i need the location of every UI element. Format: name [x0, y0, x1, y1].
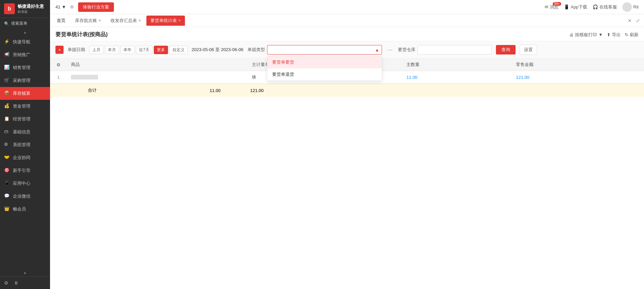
online-service-group[interactable]: 🎧 在线客服 [593, 4, 617, 10]
date-btn-this-month[interactable]: 本月 [105, 46, 119, 54]
col-settings[interactable]: ⚙ [50, 59, 67, 71]
settings-filter-button[interactable]: 设置 [520, 45, 537, 55]
date-btn-custom[interactable]: 自定义 [169, 46, 188, 54]
scroll-down-arrow[interactable]: ▼ [23, 271, 27, 276]
page-header: 要货单统计表(按商品) 🖨 按模板打印 ▼ ⬆ 导出 ↻ 刷新 [50, 27, 644, 41]
scroll-up-arrow[interactable]: ▲ [23, 30, 27, 35]
date-btn-more[interactable]: 更多 [154, 46, 168, 54]
tab-home[interactable]: 首页 [53, 16, 70, 26]
refresh-label: 刷新 [630, 32, 639, 38]
sidebar-item-label: 库存核算 [13, 90, 30, 96]
export-icon: ⬆ [607, 32, 611, 37]
date-range-text: 2023-05-06 至 2023-06-06 [192, 47, 243, 53]
collapse-icon[interactable]: ⏸ [14, 280, 19, 286]
sidebar-item-operations[interactable]: 📋 经营管理 [0, 113, 50, 126]
col-qty: 主数量 [402, 59, 512, 71]
guide-icon: 🎯 [4, 168, 10, 174]
settings-bottom-icon[interactable]: ⚙ [4, 280, 8, 286]
type-option-order-return[interactable]: 要货单退货 [267, 68, 382, 81]
tab-home-label: 首页 [57, 18, 66, 24]
trial-button[interactable]: 体验行业方案 [78, 2, 114, 12]
filter-expand-button[interactable]: » [55, 46, 64, 54]
sidebar-item-guide[interactable]: 🎯 新手引导 [0, 164, 50, 177]
sidebar-item-wechat[interactable]: 💬 企业微信 [0, 190, 50, 203]
tab-close-order-summary[interactable]: ✕ [178, 19, 181, 22]
inventory-icon: 📦 [4, 90, 10, 96]
sidebar-item-purchase[interactable]: 🛒 采购管理 [0, 74, 50, 87]
page-container: 要货单统计表(按商品) 🖨 按模板打印 ▼ ⬆ 导出 ↻ 刷新 [50, 27, 644, 289]
tab-bar: 首页 库存批次账 ✕ 收发存汇总表 ✕ 要货单统计表 ✕ ✕ ⤢ [50, 14, 644, 27]
expand-icon: » [58, 47, 61, 52]
tab-close-receive-summary[interactable]: ✕ [138, 19, 141, 22]
sidebar-item-label: 资金管理 [13, 103, 30, 109]
type-filter-group: 单据类型 ▲ 要货单要货 要货单退货 [247, 45, 382, 54]
sidebar-item-marketing[interactable]: 📢 营销推广 [0, 48, 50, 61]
amount-link[interactable]: 121.00 [516, 75, 529, 80]
app-download-label: App下载 [571, 4, 587, 10]
col-amount: 零售金额 [512, 59, 644, 71]
sidebar-item-apps[interactable]: 📱 应用中心 [0, 177, 50, 190]
refresh-button[interactable]: ↻ 刷新 [625, 32, 639, 38]
tab-inventory-batch-label: 库存批次账 [75, 18, 97, 24]
date-btn-last-month[interactable]: 上月 [89, 46, 103, 54]
main-content: 41 ▼ ⚙ 体验行业方案 ✉ 消息 99+ 📱 App下载 🎧 在线客服 R [50, 0, 644, 289]
sidebar-item-sales[interactable]: 📊 销售管理 [0, 61, 50, 74]
tab-expand-button[interactable]: ⤢ [635, 17, 641, 25]
warehouse-input[interactable] [418, 45, 492, 54]
more-filter-icon[interactable]: ··· [386, 46, 394, 53]
sidebar-item-label: 系统管理 [13, 142, 30, 148]
type-input[interactable] [267, 45, 382, 54]
query-button[interactable]: 查询 [496, 45, 516, 54]
user-name: Rit [633, 4, 639, 9]
cell-amount: 121.00 [512, 71, 644, 84]
sidebar-item-enterprise[interactable]: 🤝 企业协同 [0, 151, 50, 164]
online-service-label: 在线客服 [599, 4, 617, 10]
sidebar-item-label: 营销推广 [13, 52, 30, 58]
print-icon: 🖨 [569, 32, 574, 37]
sidebar-item-basic[interactable]: 🗃 基础信息 [0, 126, 50, 138]
type-option-order-goods[interactable]: 要货单要货 [267, 56, 382, 68]
message-badge: 99+ [553, 2, 561, 6]
sidebar-item-finance[interactable]: 💰 资金管理 [0, 100, 50, 113]
date-btn-this-year[interactable]: 本年 [120, 46, 135, 54]
page-area: 要货单统计表(按商品) 🖨 按模板打印 ▼ ⬆ 导出 ↻ 刷新 [50, 27, 644, 289]
type-label: 单据类型 [247, 47, 265, 53]
user-avatar-group[interactable]: Rit [622, 2, 639, 12]
sidebar-item-label: 基础信息 [13, 129, 30, 135]
cell-seq: 1 [50, 71, 67, 84]
sidebar-item-member[interactable]: 👑 畅会员 [0, 203, 50, 216]
qty-link[interactable]: 11.00 [406, 75, 418, 80]
export-label: 导出 [612, 32, 621, 38]
tab-inventory-batch[interactable]: 库存批次账 ✕ [71, 16, 105, 26]
header-settings-icon[interactable]: ⚙ [70, 4, 74, 9]
tab-receive-summary[interactable]: 收发存汇总表 ✕ [106, 16, 145, 26]
app-name: 畅捷通好生意 [18, 4, 44, 9]
sidebar-item-inventory[interactable]: 📦 库存核算 [0, 87, 50, 100]
store-id: 41 [55, 4, 60, 9]
sidebar-item-system[interactable]: ⚙ 系统管理 [0, 138, 50, 151]
total-qty: 11.00 [210, 88, 250, 93]
tab-order-summary[interactable]: 要货单统计表 ✕ [146, 16, 185, 26]
store-selector[interactable]: 41 ▼ [55, 4, 66, 9]
date-btn-7days[interactable]: 近7天 [136, 46, 152, 54]
message-group[interactable]: ✉ 消息 99+ [545, 4, 558, 10]
chevron-down-icon: ▼ [62, 4, 66, 9]
quick-nav-icon: ⚡ [4, 39, 10, 45]
tab-close-inventory-batch[interactable]: ✕ [98, 19, 101, 22]
sidebar-item-quick-nav[interactable]: ⚡ 快捷导航 [0, 36, 50, 48]
tab-close-all-button[interactable]: ✕ [626, 17, 633, 25]
sidebar: b 畅捷通好生意 标准版 🔍 搜索菜单 ▲ ⚡ 快捷导航 📢 营销推广 📊 销售… [0, 0, 50, 289]
export-button[interactable]: ⬆ 导出 [607, 32, 621, 38]
search-menu[interactable]: 🔍 搜索菜单 [0, 18, 50, 29]
total-qty-value: 11.00 [210, 88, 221, 93]
header-right: ✉ 消息 99+ 📱 App下载 🎧 在线客服 Rit [545, 2, 639, 12]
total-label: 合计 [88, 88, 97, 93]
cell-product [67, 71, 248, 84]
message-icon: ✉ [545, 4, 548, 9]
sidebar-item-label: 销售管理 [13, 65, 30, 71]
service-icon: 🎧 [593, 4, 598, 9]
print-button[interactable]: 🖨 按模板打印 ▼ [569, 32, 603, 38]
print-label: 按模板打印 [575, 32, 597, 38]
app-download-group[interactable]: 📱 App下载 [564, 4, 587, 10]
type-dropdown-menu: 要货单要货 要货单退货 [267, 56, 382, 81]
